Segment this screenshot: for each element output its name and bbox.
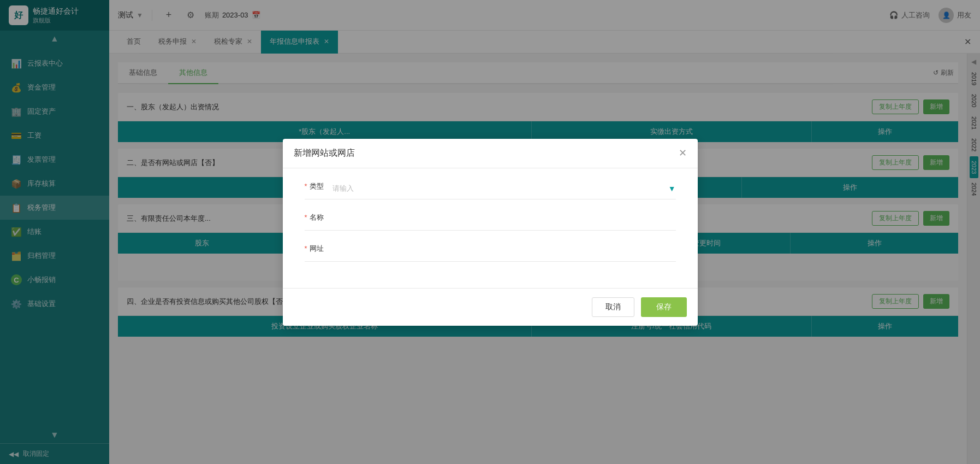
- modal-body: * 类型 ▼ * 名称: [283, 168, 698, 288]
- modal-add-website: 新增网站或网店 ✕ * 类型 ▼ * 名: [283, 139, 698, 326]
- type-input-row: * 类型 ▼: [305, 181, 676, 199]
- form-field-url: * 网址: [305, 244, 676, 262]
- url-input[interactable]: [332, 246, 676, 255]
- save-button[interactable]: 保存: [641, 297, 687, 317]
- form-field-name: * 名称: [305, 213, 676, 231]
- url-label: * 网址: [305, 244, 324, 254]
- modal-close-btn[interactable]: ✕: [679, 148, 687, 158]
- name-input[interactable]: [332, 215, 676, 224]
- type-dropdown-icon[interactable]: ▼: [668, 184, 676, 193]
- modal-header: 新增网站或网店 ✕: [283, 139, 698, 168]
- type-label: * 类型: [305, 181, 324, 191]
- name-input-row: * 名称: [305, 213, 676, 231]
- type-input[interactable]: [332, 184, 668, 192]
- form-field-type: * 类型 ▼: [305, 181, 676, 199]
- cancel-button[interactable]: 取消: [592, 297, 634, 317]
- modal-overlay[interactable]: 新增网站或网店 ✕ * 类型 ▼ * 名: [0, 0, 980, 464]
- modal-title: 新增网站或网店: [294, 148, 355, 159]
- url-input-row: * 网址: [305, 244, 676, 262]
- modal-footer: 取消 保存: [283, 288, 698, 326]
- name-label: * 名称: [305, 213, 324, 222]
